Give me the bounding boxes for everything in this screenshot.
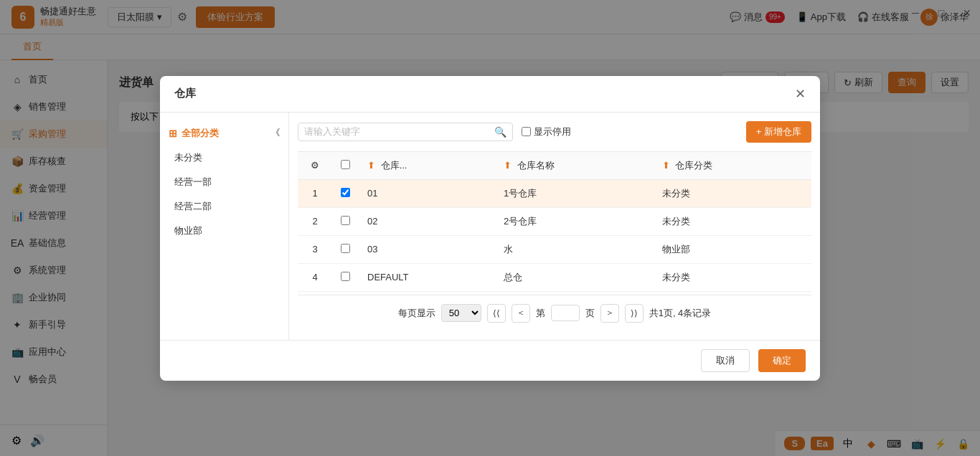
- col-category-3: 未分类: [654, 263, 812, 291]
- table-row[interactable]: 4 DEFAULT 总仓 未分类: [298, 263, 811, 291]
- col-check-0: [332, 179, 359, 207]
- category-item-1[interactable]: 经营一部: [160, 170, 288, 194]
- modal-overlay: 仓库 ✕ ⊞ 全部分类 《 未分类经营一部经营二部物业部 🔍: [0, 0, 980, 456]
- col-seq-2: 3: [298, 235, 332, 263]
- select-all-checkbox[interactable]: [341, 160, 350, 169]
- row-checkbox-3[interactable]: [341, 272, 350, 281]
- dialog-close-button[interactable]: ✕: [795, 86, 806, 102]
- col-name-3: 总仓: [495, 263, 653, 291]
- table-body: 1 01 1号仓库 未分类 2 02 2号仓库 未分类 3 03 水 物业部 4: [298, 179, 811, 291]
- search-box: 🔍: [298, 123, 513, 141]
- row-checkbox-1[interactable]: [341, 216, 350, 225]
- table-header-row: ⚙ ⬆ 仓库... ⬆: [298, 151, 811, 179]
- col-seq-3: 4: [298, 263, 332, 291]
- prev-page-button[interactable]: ＜: [512, 304, 530, 323]
- last-page-button[interactable]: ⟩⟩: [625, 304, 644, 323]
- col-name-header: ⬆ 仓库名称: [495, 151, 653, 179]
- page-unit: 页: [585, 307, 595, 320]
- category-sidebar: ⊞ 全部分类 《 未分类经营一部经营二部物业部: [160, 113, 289, 340]
- col-check-header: [332, 151, 359, 179]
- col-check-1: [332, 207, 359, 235]
- show-disabled-text: 显示停用: [534, 125, 571, 138]
- search-icon[interactable]: 🔍: [494, 126, 507, 138]
- table-row[interactable]: 1 01 1号仓库 未分类: [298, 179, 811, 207]
- page-size-select[interactable]: 50100200: [441, 304, 481, 322]
- sort-cat-icon: ⬆: [662, 160, 670, 171]
- col-code-header: ⬆ 仓库...: [359, 151, 495, 179]
- next-page-button[interactable]: ＞: [600, 304, 619, 323]
- col-category-2: 物业部: [654, 235, 812, 263]
- page-number-input[interactable]: 1: [551, 305, 580, 321]
- col-category-header: ⬆ 仓库分类: [654, 151, 812, 179]
- add-warehouse-button[interactable]: + 新增仓库: [746, 121, 811, 143]
- col-code-1: 02: [359, 207, 495, 235]
- col-seq-0: 1: [298, 179, 332, 207]
- table-head: ⚙ ⬆ 仓库... ⬆: [298, 151, 811, 179]
- col-check-3: [332, 263, 359, 291]
- category-item-3[interactable]: 物业部: [160, 219, 288, 243]
- grid-icon: ⊞: [169, 128, 177, 139]
- col-settings-header: ⚙: [298, 151, 332, 179]
- warehouse-table: ⚙ ⬆ 仓库... ⬆: [298, 151, 811, 292]
- category-item-2[interactable]: 经营二部: [160, 194, 288, 219]
- table: ⚙ ⬆ 仓库... ⬆: [298, 151, 811, 292]
- col-category-0: 未分类: [654, 179, 812, 207]
- warehouse-dialog: 仓库 ✕ ⊞ 全部分类 《 未分类经营一部经营二部物业部 🔍: [160, 76, 820, 381]
- dialog-footer: 取消 确定: [160, 340, 820, 381]
- row-checkbox-2[interactable]: [341, 244, 350, 253]
- col-seq-1: 2: [298, 207, 332, 235]
- page-size-label: 每页显示: [398, 307, 435, 320]
- all-categories-label: 全部分类: [182, 127, 219, 140]
- col-name-2: 水: [495, 235, 653, 263]
- col-name-0: 1号仓库: [495, 179, 653, 207]
- dialog-toolbar: 🔍 显示停用 + 新增仓库: [298, 121, 811, 143]
- all-categories-item[interactable]: ⊞ 全部分类 《: [160, 121, 288, 146]
- sort-icon: ⬆: [367, 160, 375, 171]
- page-summary: 共1页, 4条记录: [649, 307, 712, 320]
- dialog-body: ⊞ 全部分类 《 未分类经营一部经营二部物业部 🔍 显示停用: [160, 113, 820, 340]
- col-name-1: 2号仓库: [495, 207, 653, 235]
- row-checkbox-0[interactable]: [341, 188, 350, 197]
- page-label: 第: [536, 307, 545, 320]
- col-code-2: 03: [359, 235, 495, 263]
- show-disabled-checkbox[interactable]: [522, 127, 531, 136]
- col-code-3: DEFAULT: [359, 263, 495, 291]
- table-row[interactable]: 2 02 2号仓库 未分类: [298, 207, 811, 235]
- col-check-2: [332, 235, 359, 263]
- dialog-title: 仓库: [174, 87, 196, 100]
- confirm-button[interactable]: 确定: [758, 349, 806, 372]
- sort-name-icon: ⬆: [504, 160, 512, 171]
- category-item-0[interactable]: 未分类: [160, 146, 288, 170]
- col-code-0: 01: [359, 179, 495, 207]
- first-page-button[interactable]: ⟨⟨: [487, 304, 506, 323]
- cancel-button[interactable]: 取消: [701, 349, 750, 372]
- pagination: 每页显示 50100200 ⟨⟨ ＜ 第 1 页 ＞ ⟩⟩ 共1页, 4条记录: [298, 295, 811, 331]
- collapse-icon[interactable]: 《: [271, 127, 280, 139]
- settings-table-icon[interactable]: ⚙: [311, 160, 319, 171]
- search-input[interactable]: [304, 126, 494, 137]
- dialog-header: 仓库 ✕: [160, 76, 820, 113]
- show-disabled-label[interactable]: 显示停用: [522, 125, 571, 138]
- dialog-main: 🔍 显示停用 + 新增仓库 ⚙: [289, 113, 820, 340]
- table-row[interactable]: 3 03 水 物业部: [298, 235, 811, 263]
- col-category-1: 未分类: [654, 207, 812, 235]
